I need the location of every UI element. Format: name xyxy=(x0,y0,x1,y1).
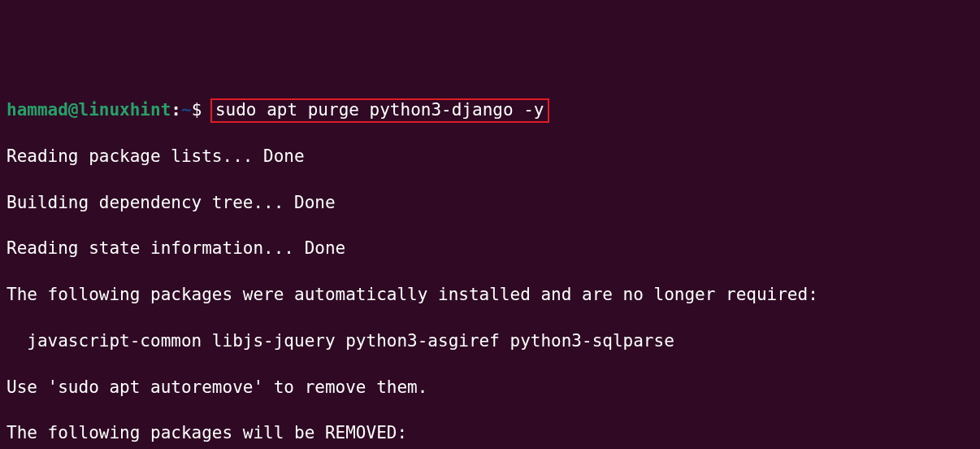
output-line: Reading package lists... Done xyxy=(7,145,973,168)
prompt-at: @ xyxy=(68,100,79,120)
prompt-line-1: hammad@linuxhint:~$ sudo apt purge pytho… xyxy=(7,98,973,121)
output-line: Reading state information... Done xyxy=(7,237,973,259)
output-line: Use 'sudo apt autoremove' to remove them… xyxy=(7,376,973,399)
entered-command[interactable]: sudo apt purge python3-django -y xyxy=(210,98,549,123)
prompt-path: ~ xyxy=(181,100,192,120)
output-line: javascript-common libjs-jquery python3-a… xyxy=(7,329,973,352)
output-line: Building dependency tree... Done xyxy=(7,191,973,214)
output-line: The following packages will be REMOVED: xyxy=(7,421,973,444)
prompt-user: hammad xyxy=(7,100,68,120)
prompt-colon: : xyxy=(171,100,181,120)
prompt-host: linuxhint xyxy=(79,100,171,120)
prompt-dollar: $ xyxy=(192,100,202,120)
output-line: The following packages were automaticall… xyxy=(7,283,973,306)
